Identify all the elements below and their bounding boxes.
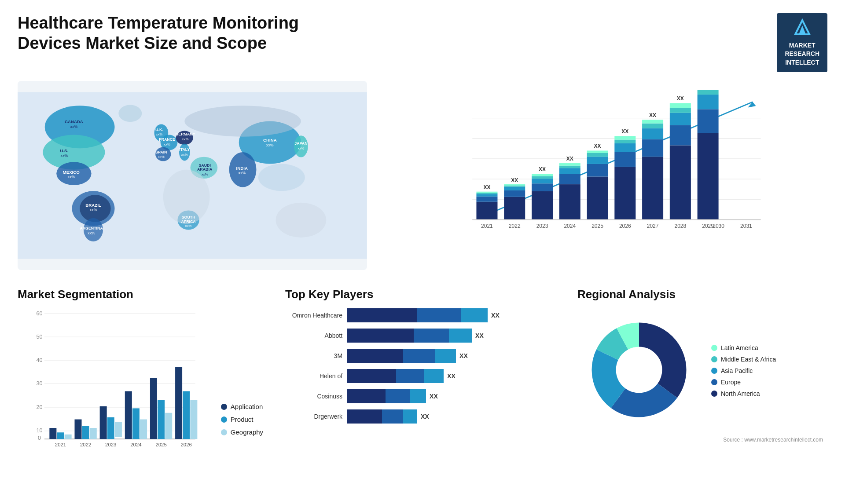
svg-rect-143 — [49, 428, 56, 439]
svg-rect-79 — [532, 184, 553, 192]
svg-rect-156 — [132, 409, 140, 439]
legend-asia-pacific: Asia Pacific — [711, 367, 776, 374]
asia-pacific-label: Asia Pacific — [721, 367, 753, 374]
svg-rect-123 — [697, 90, 718, 95]
svg-rect-80 — [532, 179, 553, 184]
application-label: Application — [231, 403, 263, 410]
world-map: CANADA xx% U.S. xx% MEXICO xx% BRAZIL xx… — [18, 81, 367, 270]
geography-dot — [221, 429, 227, 435]
svg-text:xx%: xx% — [181, 153, 188, 157]
svg-rect-78 — [532, 191, 553, 220]
svg-text:xx%: xx% — [88, 231, 95, 235]
svg-text:2024: 2024 — [130, 442, 142, 448]
svg-rect-114 — [670, 125, 691, 146]
svg-text:xx%: xx% — [298, 146, 304, 150]
player-row-omron: Omron Healthcare XX — [285, 308, 555, 322]
svg-rect-87 — [559, 168, 580, 175]
svg-rect-75 — [504, 184, 525, 186]
source-text: Source : www.marketresearchintellect.com — [577, 437, 823, 443]
bar-seg-eu — [414, 329, 449, 343]
regional-legend: Latin America Middle East & Africa Asia … — [711, 344, 776, 397]
svg-rect-92 — [587, 177, 608, 220]
asia-pacific-dot — [711, 368, 717, 374]
svg-point-23 — [276, 203, 327, 237]
svg-rect-161 — [165, 413, 172, 439]
svg-point-20 — [184, 106, 301, 137]
svg-text:2031: 2031 — [740, 223, 752, 229]
svg-text:U.K.: U.K. — [155, 128, 163, 132]
player-val-cosinuss: XX — [430, 389, 438, 403]
svg-rect-144 — [57, 433, 64, 439]
legend-geography: Geography — [221, 428, 263, 436]
players-bars: Omron Healthcare XX Abbott XX 3M — [285, 308, 555, 424]
svg-text:30: 30 — [37, 380, 43, 387]
svg-rect-95 — [587, 153, 608, 157]
svg-point-172 — [617, 348, 661, 392]
logo: MARKET RESEARCH INTELLECT — [777, 13, 827, 72]
svg-rect-113 — [670, 146, 691, 220]
svg-rect-153 — [115, 422, 122, 437]
map-section: CANADA xx% U.S. xx% MEXICO xx% BRAZIL xx… — [18, 81, 367, 270]
player-row-helen: Helen of XX — [285, 369, 555, 383]
svg-rect-120 — [697, 133, 718, 220]
mea-dot — [711, 356, 717, 362]
segmentation-content: 60 50 40 30 20 10 0 — [18, 308, 263, 449]
svg-text:20: 20 — [37, 404, 43, 410]
bar-chart-section: XX 2021 XX 2022 — [380, 81, 827, 270]
svg-text:CHINA: CHINA — [263, 138, 277, 143]
top-row: CANADA xx% U.S. xx% MEXICO xx% BRAZIL xx… — [18, 81, 827, 270]
legend-mea: Middle East & Africa — [711, 356, 776, 363]
bar-seg-ap — [403, 409, 417, 424]
segmentation-section: Market Segmentation 60 50 40 30 20 10 0 — [18, 283, 268, 468]
svg-rect-160 — [158, 400, 165, 439]
svg-rect-152 — [107, 417, 114, 439]
svg-rect-74 — [504, 186, 525, 187]
player-name-cosinuss: Cosinuss — [285, 393, 342, 400]
svg-rect-165 — [190, 400, 197, 439]
svg-rect-103 — [614, 136, 636, 140]
svg-text:2023: 2023 — [105, 442, 116, 448]
svg-point-6 — [118, 105, 142, 122]
header: Healthcare Temperature Monitoring Device… — [18, 13, 827, 72]
bar-chart: XX 2021 XX 2022 — [407, 90, 814, 248]
seg-chart-svg: 60 50 40 30 20 10 0 — [18, 308, 212, 449]
svg-rect-82 — [532, 174, 553, 176]
svg-text:FRANCE: FRANCE — [159, 138, 175, 142]
player-val-omron: XX — [491, 308, 500, 322]
player-row-abbott: Abbott XX — [285, 329, 555, 343]
svg-rect-149 — [90, 428, 97, 439]
bar-seg-na — [347, 349, 403, 363]
bar-seg-eu — [386, 389, 410, 403]
svg-text:2022: 2022 — [509, 223, 521, 229]
svg-rect-121 — [697, 110, 718, 133]
svg-rect-68 — [476, 192, 497, 193]
svg-text:ITALY: ITALY — [179, 148, 190, 152]
svg-text:xx%: xx% — [61, 153, 68, 158]
svg-text:40: 40 — [37, 358, 43, 364]
player-name-omron: Omron Healthcare — [285, 312, 342, 319]
svg-rect-110 — [642, 120, 663, 124]
svg-text:2028: 2028 — [674, 223, 686, 229]
player-row-cosinuss: Cosinuss XX — [285, 389, 555, 403]
svg-text:SAUDI: SAUDI — [198, 163, 210, 168]
player-bar-3m: XX — [347, 349, 555, 363]
svg-rect-102 — [614, 140, 636, 143]
svg-text:xx%: xx% — [164, 142, 170, 146]
player-bar-helen: XX — [347, 369, 555, 383]
svg-text:XX: XX — [539, 166, 546, 172]
svg-text:2025: 2025 — [155, 442, 166, 448]
legend-product: Product — [221, 416, 263, 423]
svg-rect-88 — [559, 166, 580, 168]
legend-europe: Europe — [711, 379, 776, 386]
svg-text:xx%: xx% — [202, 172, 208, 176]
svg-text:2021: 2021 — [55, 442, 66, 448]
svg-rect-99 — [614, 167, 636, 220]
svg-rect-148 — [82, 426, 89, 439]
svg-text:10: 10 — [37, 428, 43, 434]
page-title: Healthcare Temperature Monitoring Device… — [18, 13, 352, 53]
svg-rect-64 — [476, 202, 497, 220]
svg-rect-117 — [670, 103, 691, 108]
svg-text:2021: 2021 — [481, 223, 493, 229]
legend-north-america: North America — [711, 390, 776, 397]
svg-point-14 — [179, 144, 190, 161]
